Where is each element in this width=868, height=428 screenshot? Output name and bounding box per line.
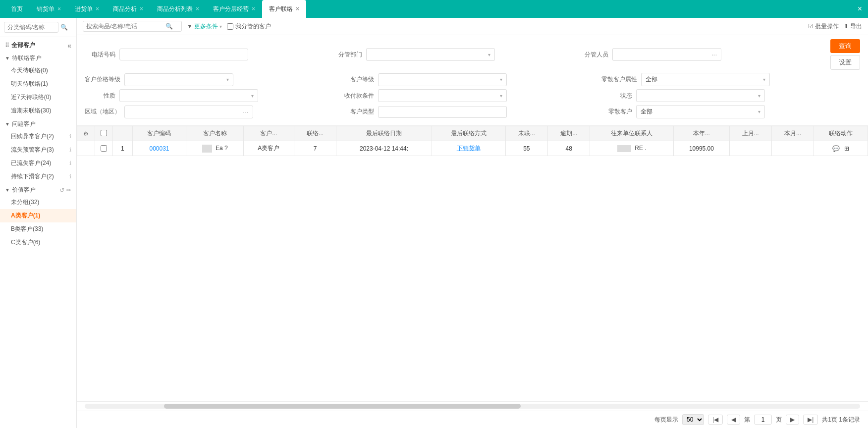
export-btn[interactable]: ⬆ 导出 [844,22,862,31]
filter-row-3: 性质 ▾ 收付款条件 ▾ 状态 [85,89,860,102]
td-code[interactable]: 000031 [132,141,186,156]
batch-op-btn[interactable]: ☑ 批量操作 [808,22,839,31]
td-last-contact-date: 2023-04-12 14:44: [336,141,432,156]
filter-dept: 分管部门 ▾ [331,48,578,61]
th-last-month[interactable]: 上月... [729,126,771,141]
next-page-btn[interactable]: ▶ [786,415,799,425]
select-all-checkbox[interactable] [101,130,107,136]
filter-retail-label: 零散客户 [601,107,636,116]
tab-customer-contact[interactable]: 客户联络 × [262,0,306,18]
filter-nature-label: 性质 [85,92,119,100]
scroll-thumb[interactable] [164,404,521,409]
close-customer-segment-tab[interactable]: × [252,5,255,12]
filter-dept-select[interactable]: ▾ [366,48,495,61]
sidebar-search-icon[interactable]: 🔍 [60,24,68,31]
region-dots[interactable]: ··· [243,108,249,116]
sidebar-item-class-b[interactable]: B类客户(33) [0,222,76,236]
th-last-contact-method[interactable]: 最后联络方式 [432,126,505,141]
sidebar-item-7day-contact[interactable]: 近7天待联络(0) [0,91,76,104]
current-page-input[interactable] [754,415,772,425]
main-layout: 🔍 ⠿ 全部客户 « ▼ 待联络客户 今天待联络(0) 明天待联络(1) 近7天… [0,18,868,428]
th-last-contact-date[interactable]: 最后联络日期 [336,126,432,141]
refresh-icon[interactable]: ↺ [59,187,64,194]
close-customer-contact-tab[interactable]: × [296,5,299,12]
filter-price-level-select[interactable]: ▾ [124,73,233,86]
th-this-month[interactable]: 本月... [771,126,814,141]
sidebar-search-input[interactable] [4,22,58,33]
close-sales-tab[interactable]: × [57,5,61,12]
filter-region: 区域（地区） ··· [85,106,343,118]
horizontal-scrollbar[interactable] [85,404,860,409]
sidebar-item-class-a[interactable]: A类客户(1) [0,209,76,222]
th-no-contact[interactable]: 未联... [505,126,547,141]
td-last-contact-method[interactable]: 下销货单 [432,141,505,156]
filter-phone-input[interactable] [119,49,248,60]
info-icon-3: ℹ [69,160,71,166]
filter-search-icon[interactable]: 🔍 [165,23,173,30]
sidebar-collapse-icon[interactable]: « [67,42,71,50]
sidebar-item-churn-warning[interactable]: 流失预警客户(3) ℹ [0,143,76,157]
filter-nature-select[interactable]: ▾ [119,89,258,102]
tab-purchase[interactable]: 进货单 × [68,0,106,18]
sidebar-item-tomorrow-contact[interactable]: 明天待联络(1) [0,77,76,91]
sidebar-item-churned[interactable]: 已流失客户(24) ℹ [0,157,76,170]
action-chat-icon[interactable]: 💬 [832,145,840,152]
prev-page-btn[interactable]: ◀ [727,415,740,425]
group-pending-contact[interactable]: ▼ 待联络客户 [0,52,76,64]
page-size-select[interactable]: 50 [682,414,704,425]
row-checkbox[interactable] [101,145,107,152]
th-code[interactable]: 客户编码 [132,126,186,141]
action-grid-icon[interactable]: ⊞ [844,145,849,152]
filter-payment-select[interactable]: ▾ [378,89,507,102]
filter-more-btn[interactable]: ▼ 更多条件 ▾ [187,22,222,31]
table-header-row: ⚙ 客户编码 客户名称 客户... [77,126,868,141]
filter-manager-select[interactable]: ··· [612,48,721,61]
tab-customer-segment[interactable]: 客户分层经营 × [206,0,262,18]
td-check [95,141,113,156]
th-overdue[interactable]: 逾期... [548,126,590,141]
sidebar-item-today-contact[interactable]: 今天待联络(0) [0,64,76,77]
tab-sales[interactable]: 销货单 × [30,0,68,18]
th-name[interactable]: 客户名称 [186,126,243,141]
edit-group-icon[interactable]: ✏ [66,187,71,194]
sidebar-item-unclassified[interactable]: 未分组(32) [0,196,76,209]
close-all-tabs[interactable]: × [858,4,862,13]
th-gear[interactable]: ⚙ [77,126,95,141]
filter-retail-select[interactable]: 全部 ▾ [636,105,765,118]
filter-status-select[interactable]: ▾ [636,89,765,102]
th-this-year[interactable]: 本年... [674,126,729,141]
nature-arrow: ▾ [251,93,254,99]
th-unit-contacts[interactable]: 往来单位联系人 [590,126,674,141]
my-customers-checkbox[interactable] [227,23,233,30]
settings-btn[interactable]: 设置 [830,55,860,70]
close-goods-analysis-tab[interactable]: × [140,5,143,12]
page-end-label: 页 [776,416,782,424]
sidebar-item-overdue-contact[interactable]: 逾期未联络(30) [0,104,76,117]
filter-customer-level-label: 客户等级 [343,75,378,84]
filter-region-select[interactable]: ··· [124,106,253,118]
first-page-btn[interactable]: |◀ [708,415,723,425]
th-category[interactable]: 客户... [243,126,294,141]
query-btn[interactable]: 查询 [830,39,860,53]
manager-select-dots[interactable]: ··· [711,51,717,58]
filter-retail-attr: 零散客户属性 全部 ▾ [601,73,860,86]
close-goods-analysis-list-tab[interactable]: × [196,5,199,12]
th-contact[interactable]: 联络... [294,126,336,141]
sidebar-item-class-c[interactable]: C类客户(6) [0,236,76,249]
sidebar-item-repurchase-abnormal[interactable]: 回购异常客户(2) ℹ [0,130,76,143]
filter-customer-type: 客户类型 [343,106,602,118]
filter-customer-level: 客户等级 ▾ [343,73,602,86]
sidebar-item-declining[interactable]: 持续下滑客户(2) ℹ [0,170,76,183]
filter-customer-level-select[interactable]: ▾ [378,73,507,86]
group-problem-customers[interactable]: ▼ 问题客户 [0,117,76,130]
group-value-customers[interactable]: ▼ 价值客户 ↺ ✏ [0,183,76,196]
filter-retail-attr-select[interactable]: 全部 ▾ [641,73,770,86]
tab-goods-analysis-list[interactable]: 商品分析列表 × [150,0,206,18]
close-purchase-tab[interactable]: × [96,5,99,12]
filter-customer-type-input[interactable] [378,106,507,118]
filter-search-input[interactable] [86,23,165,30]
tab-home[interactable]: 首页 [4,0,30,18]
tab-goods-analysis[interactable]: 商品分析 × [106,0,150,18]
retail-attr-arrow: ▾ [763,77,765,82]
last-page-btn[interactable]: ▶| [803,415,818,425]
